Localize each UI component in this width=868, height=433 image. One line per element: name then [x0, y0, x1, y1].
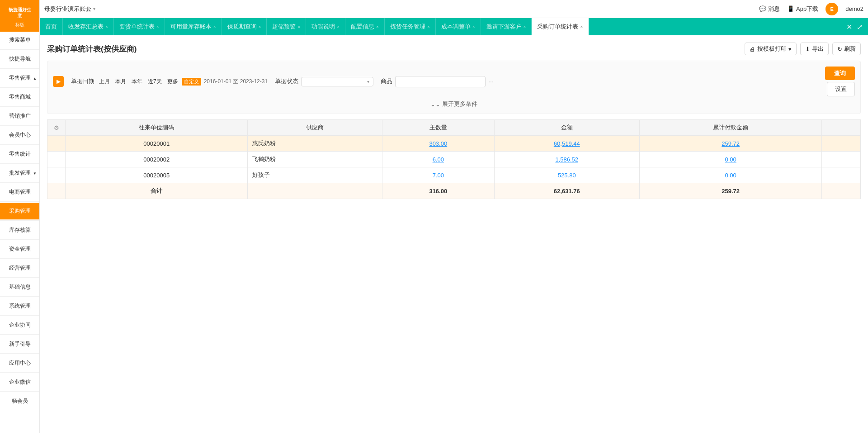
shortcut-this-month[interactable]: 本月 [113, 77, 128, 86]
nav-tab-8[interactable]: 拣货任务管理 × [385, 18, 436, 35]
sidebar-item-零售商城[interactable]: 零售商城 [0, 89, 39, 105]
sidebar-item-企业微信[interactable]: 企业微信 [0, 374, 39, 390]
print-button[interactable]: 🖨 按模板打印 ▾ [745, 43, 797, 55]
sidebar-item-经营管理[interactable]: 经营管理 [0, 260, 39, 276]
nav-tab-close[interactable]: × [259, 24, 261, 29]
footer-qty-cell: 316.00 [382, 183, 494, 199]
nav-tab-close[interactable]: × [297, 24, 300, 29]
nav-tab-close[interactable]: × [105, 24, 108, 29]
goods-more-icon[interactable]: ··· [488, 78, 494, 85]
refresh-button[interactable]: ↻ 刷新 [832, 43, 861, 55]
shortcut-7days[interactable]: 近7天 [146, 77, 164, 86]
row-paid[interactable]: 259.72 [639, 136, 821, 152]
sidebar-divider [0, 391, 39, 392]
col-empty [822, 120, 861, 136]
sidebar-item-电商管理[interactable]: 电商管理 [0, 184, 39, 200]
nav-tab-close[interactable]: × [337, 24, 340, 29]
shortcut-last-month[interactable]: 上月 [97, 77, 112, 86]
sidebar-item-搜索菜单[interactable]: 搜索菜单 [0, 32, 39, 48]
table-row: 00020001惠氏奶粉303.0060,519.44259.72 [47, 136, 861, 152]
nav-tab-3[interactable]: 可用量库存账本 × [165, 18, 222, 35]
sidebar-item-企业协同[interactable]: 企业协同 [0, 317, 39, 333]
nav-tab-label: 采购订单统计表 [537, 23, 578, 31]
sidebar-divider [0, 334, 39, 335]
footer-settings-cell [47, 183, 66, 199]
shortcut-this-year[interactable]: 本年 [130, 77, 144, 86]
row-main-qty[interactable]: 303.00 [382, 136, 494, 152]
sidebar-item-批发管理[interactable]: 批发管理 [0, 165, 39, 181]
search-button[interactable]: 查询 [825, 67, 855, 80]
user-avatar[interactable]: E [826, 3, 838, 15]
filter-row: ▶ 单据日期 上月 本月 本年 近7天 更多 自定义 2016-01-01 至 … [53, 67, 855, 96]
sidebar-item-零售管理[interactable]: 零售管理 [0, 70, 39, 86]
expand-tabs-icon[interactable]: ⤢ [855, 23, 864, 31]
data-table: ⚙ 往来单位编码 供应商 主数量 金额 累计付款金额 00020001惠氏奶粉3… [47, 119, 861, 199]
nav-tab-6[interactable]: 功能说明 × [306, 18, 345, 35]
nav-tab-2[interactable]: 要货单统计表 × [114, 18, 165, 35]
footer-supplier-cell [248, 183, 382, 199]
footer-amount-cell: 62,631.76 [494, 183, 639, 199]
sidebar: 畅捷通好生意 标版 搜索菜单快捷导航零售管理零售商城营销推广会员中心零售统计批发… [0, 0, 40, 433]
workspace-dropdown-icon[interactable]: ▾ [93, 6, 95, 11]
nav-tab-close[interactable]: × [156, 24, 159, 29]
row-paid[interactable]: 0.00 [639, 167, 821, 183]
sidebar-item-资金管理[interactable]: 资金管理 [0, 241, 39, 257]
sidebar-item-系统管理[interactable]: 系统管理 [0, 298, 39, 314]
status-select[interactable]: ▾ [301, 77, 373, 86]
row-amount[interactable]: 60,519.44 [494, 136, 639, 152]
sidebar-item-零售统计[interactable]: 零售统计 [0, 146, 39, 162]
row-main-qty[interactable]: 6.00 [382, 152, 494, 167]
nav-tab-close[interactable]: × [580, 24, 583, 29]
nav-tab-10[interactable]: 邀请下游客户 × [481, 18, 532, 35]
row-settings-cell [47, 167, 66, 183]
sidebar-item-采购管理[interactable]: 采购管理 [0, 203, 39, 219]
filter-toggle[interactable]: ▶ [53, 76, 64, 87]
settings-button[interactable]: 设置 [827, 82, 855, 96]
sidebar-item-新手引导[interactable]: 新手引导 [0, 336, 39, 352]
nav-tab-close[interactable]: × [213, 24, 216, 29]
nav-tab-9[interactable]: 成本调整单 × [436, 18, 481, 35]
expand-more-button[interactable]: ⌄⌄ 展开更多条件 [430, 100, 477, 108]
nav-tab-1[interactable]: 收发存汇总表 × [63, 18, 114, 35]
sidebar-item-快捷导航[interactable]: 快捷导航 [0, 51, 39, 67]
col-settings-icon[interactable]: ⚙ [54, 124, 59, 131]
goods-filter-input[interactable] [395, 76, 486, 87]
page-header-actions: 🖨 按模板打印 ▾ ⬇ 导出 ↻ 刷新 [745, 43, 861, 55]
logo-text: 畅捷通好生意 [7, 7, 33, 19]
nav-tab-0[interactable]: 首页 [40, 18, 63, 35]
app-logo[interactable]: 畅捷通好生意 标版 [0, 0, 39, 32]
message-button[interactable]: 💬 消息 [759, 5, 780, 13]
sidebar-item-基础信息[interactable]: 基础信息 [0, 279, 39, 295]
nav-tab-11[interactable]: 采购订单统计表 × [532, 18, 589, 35]
goods-filter-group: 商品 ··· [381, 76, 494, 87]
expand-more-icon: ⌄⌄ [430, 101, 440, 108]
sidebar-item-畅会员[interactable]: 畅会员 [0, 393, 39, 409]
nav-tab-close[interactable]: × [427, 24, 430, 29]
status-select-arrow: ▾ [367, 79, 369, 84]
sidebar-item-应用中心[interactable]: 应用中心 [0, 355, 39, 371]
nav-tab-close[interactable]: × [524, 24, 526, 29]
workspace-selector[interactable]: 母婴行业演示账套 ▾ [44, 5, 759, 13]
nav-tab-4[interactable]: 保质期查询 × [222, 18, 267, 35]
sidebar-divider [0, 353, 39, 354]
sidebar-item-营销推广[interactable]: 营销推广 [0, 108, 39, 124]
filter-area: ▶ 单据日期 上月 本月 本年 近7天 更多 自定义 2016-01-01 至 … [47, 61, 861, 114]
row-main-qty[interactable]: 7.00 [382, 167, 494, 183]
page-header: 采购订单统计表(按供应商) 🖨 按模板打印 ▾ ⬇ 导出 ↻ 刷新 [47, 43, 861, 55]
shortcut-more[interactable]: 更多 [165, 77, 180, 86]
sidebar-item-会员中心[interactable]: 会员中心 [0, 127, 39, 143]
nav-tab-close[interactable]: × [376, 24, 379, 29]
nav-tab-7[interactable]: 配置信息 × [345, 18, 385, 35]
sidebar-divider [0, 372, 39, 373]
row-amount[interactable]: 1,586.52 [494, 152, 639, 167]
export-icon: ⬇ [805, 46, 810, 52]
close-tab-icon[interactable]: ✕ [844, 23, 854, 31]
row-amount[interactable]: 525.80 [494, 167, 639, 183]
nav-tab-5[interactable]: 超储预警 × [267, 18, 306, 35]
sidebar-item-库存核算[interactable]: 库存核算 [0, 222, 39, 238]
row-paid[interactable]: 0.00 [639, 152, 821, 167]
export-button[interactable]: ⬇ 导出 [800, 43, 829, 55]
nav-tab-close[interactable]: × [472, 24, 475, 29]
app-download-button[interactable]: 📱 App下载 [787, 5, 818, 13]
footer-label-cell: 合计 [66, 183, 248, 199]
